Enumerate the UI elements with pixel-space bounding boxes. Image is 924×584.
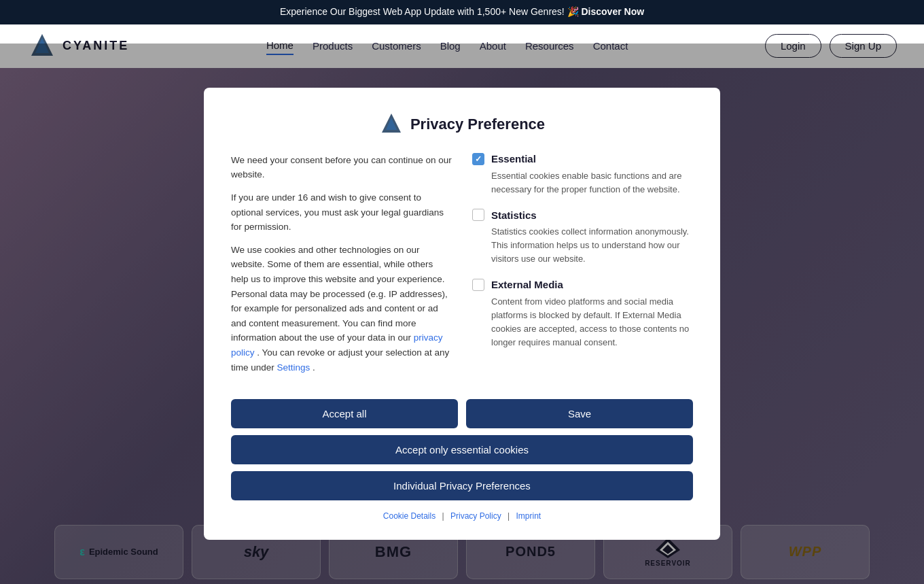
sep1: | [442,511,446,521]
buttons-row2: Accept only essential cookies [231,435,693,464]
essential-option: Essential Essential cookies enable basic… [472,153,693,196]
external-media-option: External Media Content from video platfo… [472,279,693,350]
statistics-header: Statistics [472,209,693,221]
cookie-details-link[interactable]: Cookie Details [383,511,436,521]
banner-link[interactable]: Discover Now [582,6,645,17]
banner-text: Experience Our Biggest Web App Update wi… [280,6,579,17]
accept-all-button[interactable]: Accept all [231,399,458,428]
consent-para3-text: We use cookies and other technologies on… [231,245,448,343]
modal-right-column: Essential Essential cookies enable basic… [472,153,693,383]
essential-checkbox[interactable] [472,153,484,165]
modal-footer: Cookie Details | Privacy Policy | Imprin… [231,511,693,521]
modal-body: We need your consent before you can cont… [231,153,693,383]
modal-logo-icon [379,112,404,137]
essential-label: Essential [491,153,536,165]
essential-desc: Essential cookies enable basic functions… [472,169,693,196]
consent-para2: If you are under 16 and wish to give con… [231,190,452,235]
sep2: | [508,511,512,521]
save-button[interactable]: Save [466,399,693,428]
external-media-header: External Media [472,279,693,291]
modal-title: Privacy Preference [410,116,545,133]
statistics-option: Statistics Statistics cookies collect in… [472,209,693,266]
privacy-modal: Privacy Preference We need your consent … [204,88,720,540]
modal-header: Privacy Preference [231,112,693,137]
essential-header: Essential [472,153,693,165]
statistics-checkbox[interactable] [472,209,484,221]
modal-left-column: We need your consent before you can cont… [231,153,452,383]
buttons-row1: Accept all Save [231,399,693,428]
privacy-policy-footer-link[interactable]: Privacy Policy [450,511,501,521]
buttons-row3: Individual Privacy Preferences [231,471,693,500]
settings-link[interactable]: Settings [277,362,310,373]
top-banner: Experience Our Biggest Web App Update wi… [0,0,924,24]
consent-para4-end: . [313,362,315,373]
imprint-link[interactable]: Imprint [516,511,541,521]
external-media-label: External Media [491,279,563,290]
page-background: ε Epidemic Sound sky BMG POND5 RESERVOIR [0,44,924,584]
consent-para4-suffix: . You can revoke or adjust your selectio… [231,347,449,373]
external-media-checkbox[interactable] [472,279,484,291]
accept-essential-button[interactable]: Accept only essential cookies [231,435,693,464]
modal-overlay: Privacy Preference We need your consent … [0,44,924,584]
consent-para1: We need your consent before you can cont… [231,153,452,182]
external-media-desc: Content from video platforms and social … [472,295,693,350]
statistics-desc: Statistics cookies collect information a… [472,225,693,266]
individual-privacy-button[interactable]: Individual Privacy Preferences [231,471,693,500]
statistics-label: Statistics [491,209,537,221]
consent-para3: We use cookies and other technologies on… [231,243,452,375]
